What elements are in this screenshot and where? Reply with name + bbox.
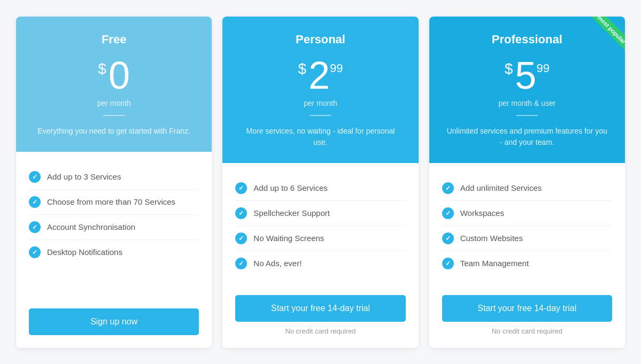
feature-item: Account Synchronisation [29, 215, 199, 240]
feature-text: Choose from more than 70 Services [47, 197, 175, 206]
plan-card-free: Free$0per monthEverything you need to ge… [16, 17, 212, 348]
price-row: $0 [29, 56, 199, 95]
check-icon [235, 233, 247, 244]
plan-footer-free: Sign up now [16, 300, 212, 348]
feature-text: Spellchecker Support [253, 208, 330, 218]
feature-text: Account Synchronisation [47, 222, 135, 231]
plan-title: Free [29, 33, 199, 47]
feature-item: Team Management [442, 251, 612, 276]
check-icon [442, 258, 454, 269]
price-period: per month [235, 99, 405, 107]
no-credit-text: No credit card required [235, 327, 405, 335]
price-dollar-sign: $ [505, 60, 513, 78]
price-cents-value: 99 [536, 61, 549, 75]
cta-button-professional[interactable]: Start your free 14-day trial [442, 295, 612, 322]
no-credit-text: No credit card required [442, 327, 612, 335]
feature-item: No Ads, ever! [235, 251, 405, 276]
feature-text: No Ads, ever! [253, 259, 302, 268]
feature-item: Add up to 6 Services [235, 176, 405, 201]
plan-title: Personal [235, 33, 405, 47]
price-main-value: 2 [308, 56, 330, 95]
pricing-container: Free$0per monthEverything you need to ge… [11, 17, 630, 348]
check-icon [29, 196, 41, 208]
check-icon [442, 182, 454, 194]
plan-features-list: Add up to 6 ServicesSpellchecker Support… [222, 163, 418, 286]
check-icon [442, 233, 454, 244]
plan-card-personal: Personal$299per monthMore services, no w… [222, 17, 418, 348]
check-icon [442, 207, 454, 219]
plan-header-free: Free$0per monthEverything you need to ge… [16, 17, 212, 152]
feature-item: Workspaces [442, 201, 612, 226]
check-icon [235, 182, 247, 194]
price-dollar-sign: $ [298, 60, 306, 78]
plan-description: Unlimited services and premium features … [442, 126, 612, 148]
check-icon [29, 246, 41, 258]
check-icon [235, 207, 247, 219]
plan-header-professional: most popularProfessional$599per month & … [429, 17, 625, 163]
feature-text: Team Management [460, 259, 529, 268]
feature-item: Add up to 3 Services [29, 165, 199, 190]
feature-text: Custom Websites [460, 234, 523, 243]
plan-card-professional: most popularProfessional$599per month & … [429, 17, 625, 348]
header-divider [103, 115, 125, 116]
feature-item: Choose from more than 70 Services [29, 190, 199, 215]
check-icon [29, 171, 41, 183]
feature-text: Workspaces [460, 208, 504, 218]
price-cents-value: 99 [330, 61, 343, 75]
plan-description: More services, no waiting - ideal for pe… [235, 126, 405, 148]
plan-features-list: Add up to 3 ServicesChoose from more tha… [16, 152, 212, 300]
price-main-value: 5 [515, 56, 536, 95]
plan-header-personal: Personal$299per monthMore services, no w… [222, 17, 418, 163]
price-row: $599 [442, 56, 612, 95]
most-popular-badge: most popular [582, 17, 625, 59]
feature-item: Desktop Notifications [29, 240, 199, 265]
feature-text: No Waiting Screens [253, 234, 324, 243]
most-popular-badge-text: most popular [591, 17, 625, 50]
feature-text: Add up to 3 Services [47, 172, 121, 181]
plan-footer-personal: Start your free 14-day trialNo credit ca… [222, 286, 418, 348]
price-row: $299 [235, 56, 405, 95]
cta-button-free[interactable]: Sign up now [29, 308, 199, 335]
header-divider [516, 115, 538, 116]
feature-text: Add unlimited Services [460, 183, 542, 192]
feature-text: Add up to 6 Services [253, 183, 327, 192]
check-icon [235, 258, 247, 269]
feature-item: Custom Websites [442, 226, 612, 251]
check-icon [29, 221, 41, 233]
feature-text: Desktop Notifications [47, 247, 122, 257]
header-divider [310, 115, 331, 116]
plan-features-list: Add unlimited ServicesWorkspacesCustom W… [429, 163, 625, 286]
feature-item: No Waiting Screens [235, 226, 405, 251]
cta-button-personal[interactable]: Start your free 14-day trial [235, 295, 405, 322]
price-main-value: 0 [109, 56, 130, 95]
feature-item: Spellchecker Support [235, 201, 405, 226]
price-period: per month [29, 99, 199, 107]
feature-item: Add unlimited Services [442, 176, 612, 201]
price-period: per month & user [442, 99, 612, 107]
price-dollar-sign: $ [98, 60, 106, 78]
plan-footer-professional: Start your free 14-day trialNo credit ca… [429, 286, 625, 348]
plan-description: Everything you need to get started with … [29, 126, 199, 137]
